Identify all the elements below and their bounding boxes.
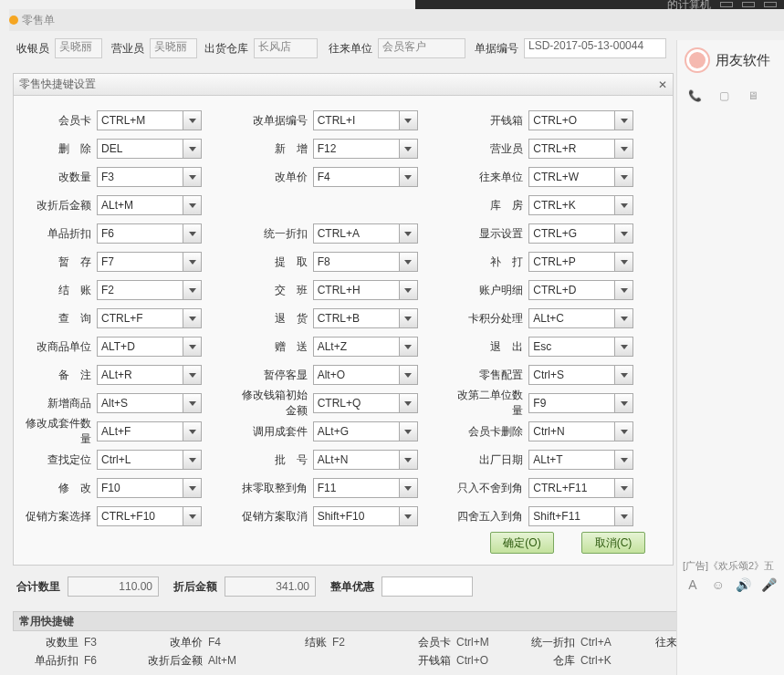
- chevron-down-icon[interactable]: [183, 139, 202, 159]
- chevron-down-icon[interactable]: [400, 110, 418, 130]
- shortcut-input[interactable]: CTRL+I: [313, 110, 400, 130]
- chevron-down-icon[interactable]: [615, 365, 633, 385]
- video-icon[interactable]: ▢: [716, 88, 732, 104]
- chevron-down-icon[interactable]: [400, 421, 418, 441]
- avatar[interactable]: [685, 47, 710, 73]
- win-close-icon[interactable]: [764, 2, 777, 7]
- chevron-down-icon[interactable]: [615, 139, 633, 159]
- chevron-down-icon[interactable]: [615, 308, 633, 328]
- close-icon[interactable]: ✕: [658, 78, 667, 91]
- chevron-down-icon[interactable]: [183, 195, 202, 215]
- shortcut-input[interactable]: F9: [528, 393, 615, 413]
- shortcut-input[interactable]: CTRL+Q: [313, 393, 400, 413]
- shortcut-input[interactable]: DEL: [97, 139, 183, 159]
- chevron-down-icon[interactable]: [615, 110, 633, 130]
- ok-button[interactable]: 确定(O): [490, 532, 554, 554]
- shortcut-input[interactable]: ALt+Z: [313, 337, 400, 357]
- shortcut-input[interactable]: F10: [97, 478, 183, 498]
- partner-input[interactable]: 会员客户: [378, 38, 465, 58]
- shortcut-input[interactable]: CTRL+D: [528, 280, 615, 300]
- shortcut-input[interactable]: CTRL+B: [313, 308, 400, 328]
- chevron-down-icon[interactable]: [183, 167, 202, 187]
- chevron-down-icon[interactable]: [183, 110, 202, 130]
- shortcut-input[interactable]: F4: [313, 167, 400, 187]
- shortcut-input[interactable]: CTRL+H: [313, 280, 400, 300]
- emoji-icon[interactable]: ☺: [710, 576, 727, 593]
- disc-value[interactable]: [382, 576, 473, 597]
- chevron-down-icon[interactable]: [400, 308, 418, 328]
- chevron-down-icon[interactable]: [615, 223, 633, 244]
- chevron-down-icon[interactable]: [183, 337, 202, 357]
- shortcut-input[interactable]: CTRL+O: [528, 110, 615, 130]
- shortcut-input[interactable]: F8: [313, 252, 400, 272]
- chevron-down-icon[interactable]: [183, 280, 202, 300]
- warehouse-input[interactable]: 长风店: [254, 38, 318, 58]
- shortcut-input[interactable]: CTRL+G: [528, 223, 615, 244]
- shortcut-input[interactable]: ALt+C: [528, 308, 615, 328]
- shortcut-input[interactable]: ALt+R: [97, 365, 183, 385]
- chevron-down-icon[interactable]: [615, 252, 633, 272]
- font-icon[interactable]: A: [685, 576, 701, 593]
- sales-input[interactable]: 吴晓丽: [150, 38, 197, 58]
- shortcut-input[interactable]: Ctrl+L: [97, 450, 183, 470]
- chevron-down-icon[interactable]: [615, 506, 633, 526]
- shortcut-input[interactable]: ALt+F: [97, 421, 183, 441]
- chevron-down-icon[interactable]: [400, 506, 418, 526]
- phone-icon[interactable]: 📞: [686, 88, 703, 104]
- chevron-down-icon[interactable]: [615, 393, 633, 413]
- chevron-down-icon[interactable]: [183, 421, 202, 441]
- docno-input[interactable]: LSD-2017-05-13-00044: [524, 38, 666, 58]
- shortcut-input[interactable]: CTRL+F: [97, 308, 183, 328]
- shortcut-input[interactable]: CTRL+W: [528, 167, 615, 187]
- chevron-down-icon[interactable]: [615, 421, 633, 441]
- shortcut-input[interactable]: F2: [97, 280, 183, 300]
- win-min-icon[interactable]: [720, 2, 733, 7]
- chevron-down-icon[interactable]: [400, 252, 418, 272]
- chevron-down-icon[interactable]: [400, 365, 418, 385]
- shortcut-input[interactable]: F12: [313, 139, 400, 159]
- chevron-down-icon[interactable]: [183, 308, 202, 328]
- shortcut-input[interactable]: Shift+F11: [528, 506, 615, 526]
- chevron-down-icon[interactable]: [615, 195, 633, 215]
- shortcut-input[interactable]: Ctrl+N: [528, 421, 615, 441]
- chevron-down-icon[interactable]: [400, 478, 418, 498]
- side-ad[interactable]: [广告]《欢乐颂2》五: [683, 559, 774, 573]
- mic-icon[interactable]: 🎤: [760, 576, 777, 593]
- chevron-down-icon[interactable]: [615, 337, 633, 357]
- shortcut-input[interactable]: ALt+M: [97, 195, 183, 215]
- chevron-down-icon[interactable]: [615, 167, 633, 187]
- chevron-down-icon[interactable]: [400, 139, 418, 159]
- chevron-down-icon[interactable]: [183, 223, 202, 244]
- shortcut-input[interactable]: F7: [97, 252, 183, 272]
- chevron-down-icon[interactable]: [400, 337, 418, 357]
- chevron-down-icon[interactable]: [400, 450, 418, 470]
- chevron-down-icon[interactable]: [183, 478, 202, 498]
- shortcut-input[interactable]: CTRL+P: [528, 252, 615, 272]
- shortcut-input[interactable]: CTRL+R: [528, 139, 615, 159]
- chevron-down-icon[interactable]: [183, 393, 202, 413]
- shortcut-input[interactable]: ALT+D: [97, 337, 183, 357]
- shortcut-input[interactable]: Alt+O: [313, 365, 400, 385]
- voice-icon[interactable]: 🔊: [736, 576, 752, 593]
- screen-icon[interactable]: 🖥: [745, 88, 761, 104]
- shortcut-input[interactable]: F6: [97, 223, 183, 244]
- chevron-down-icon[interactable]: [400, 167, 418, 187]
- chevron-down-icon[interactable]: [615, 478, 633, 498]
- chevron-down-icon[interactable]: [183, 365, 202, 385]
- chevron-down-icon[interactable]: [400, 280, 418, 300]
- shortcut-input[interactable]: F11: [313, 478, 400, 498]
- shortcut-input[interactable]: CTRL+M: [97, 110, 183, 130]
- shortcut-input[interactable]: CTRL+F11: [528, 478, 615, 498]
- cancel-button[interactable]: 取消(C): [581, 532, 645, 554]
- chevron-down-icon[interactable]: [400, 223, 418, 244]
- shortcut-input[interactable]: CTRL+K: [528, 195, 615, 215]
- shortcut-input[interactable]: CTRL+A: [313, 223, 400, 244]
- chevron-down-icon[interactable]: [183, 450, 202, 470]
- chevron-down-icon[interactable]: [183, 506, 202, 526]
- chevron-down-icon[interactable]: [183, 252, 202, 272]
- chevron-down-icon[interactable]: [615, 280, 633, 300]
- shortcut-input[interactable]: CTRL+F10: [97, 506, 183, 526]
- shortcut-input[interactable]: Shift+F10: [313, 506, 400, 526]
- shortcut-input[interactable]: Ctrl+S: [528, 365, 615, 385]
- shortcut-input[interactable]: ALt+N: [313, 450, 400, 470]
